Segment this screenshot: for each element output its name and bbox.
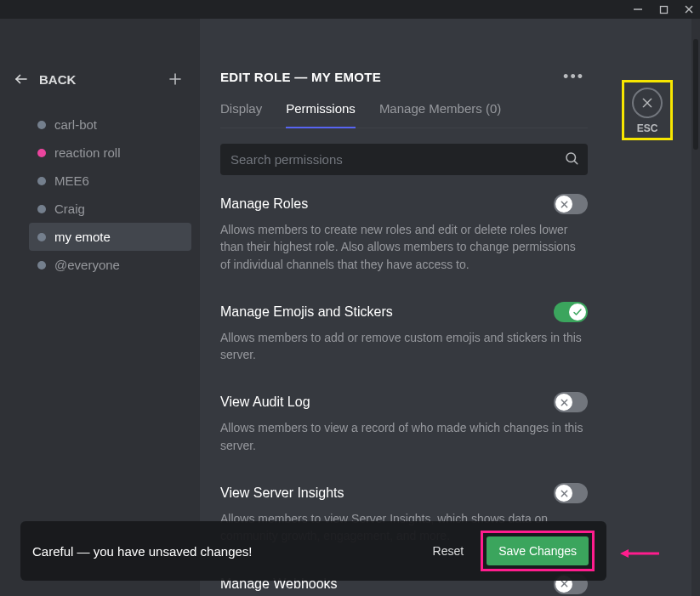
search-permissions-input[interactable] <box>220 144 588 175</box>
role-color-dot <box>37 177 46 185</box>
x-icon <box>555 196 572 213</box>
toggle-manage-emojis[interactable] <box>554 302 588 322</box>
role-item-mee6[interactable]: MEE6 <box>29 167 191 195</box>
role-item-reaction-roll[interactable]: reaction roll <box>29 139 191 167</box>
role-name-label: reaction roll <box>54 145 121 160</box>
tabs: Display Permissions Manage Members (0) <box>220 101 588 128</box>
svg-rect-1 <box>660 6 667 13</box>
save-changes-button[interactable]: Save Changes <box>487 536 589 565</box>
permission-manage-roles: Manage RolesAllows members to create new… <box>220 194 588 273</box>
role-name-label: @everyone <box>54 258 120 272</box>
toast-message: Careful — you have unsaved changes! <box>32 544 253 559</box>
role-color-dot <box>37 205 46 213</box>
x-icon <box>555 394 572 411</box>
role-color-dot <box>37 233 46 241</box>
unsaved-changes-toast: Careful — you have unsaved changes! Rese… <box>20 521 606 581</box>
arrow-annotation <box>620 547 661 564</box>
search-icon <box>564 150 579 169</box>
back-label: BACK <box>39 72 76 87</box>
esc-highlight: ESC <box>622 80 673 140</box>
role-item--everyone[interactable]: @everyone <box>29 251 191 279</box>
role-name-label: my emote <box>54 230 111 244</box>
scrollbar-thumb[interactable] <box>693 39 698 150</box>
x-icon <box>555 485 572 502</box>
toggle-view-audit-log[interactable] <box>554 392 588 412</box>
minimize-button[interactable] <box>632 3 644 15</box>
role-item-my-emote[interactable]: my emote <box>29 223 191 251</box>
tab-permissions[interactable]: Permissions <box>286 101 356 128</box>
reset-button[interactable]: Reset <box>428 537 470 565</box>
arrow-left-pink-icon <box>620 547 661 560</box>
svg-marker-20 <box>620 549 629 558</box>
tab-display[interactable]: Display <box>220 101 262 128</box>
permission-view-audit-log: View Audit LogAllows members to view a r… <box>220 392 588 454</box>
role-item-craig[interactable]: Craig <box>29 195 191 223</box>
permission-title: Manage Roles <box>220 196 308 212</box>
permission-description: Allows members to add or remove custom e… <box>220 329 588 364</box>
permission-title: View Server Insights <box>220 485 344 501</box>
permission-title: Manage Emojis and Stickers <box>220 304 393 320</box>
permission-title: View Audit Log <box>220 394 310 410</box>
toggle-view-server-insights[interactable] <box>554 483 588 503</box>
save-highlight: Save Changes <box>481 531 595 571</box>
page-title: EDIT ROLE — MY EMOTE <box>220 70 381 84</box>
svg-line-8 <box>574 161 577 163</box>
toggle-manage-roles[interactable] <box>554 194 588 214</box>
permission-description: Allows members to create new roles and e… <box>220 221 588 273</box>
close-button[interactable] <box>632 88 663 118</box>
back-button[interactable]: BACK <box>14 71 76 87</box>
close-icon <box>640 96 654 110</box>
maximize-button[interactable] <box>657 3 669 15</box>
role-item-carl-bot[interactable]: carl-bot <box>29 111 191 139</box>
add-role-button[interactable] <box>166 70 185 88</box>
more-options-button[interactable]: ••• <box>563 68 588 86</box>
permission-description: Allows members to view a record of who m… <box>220 419 588 454</box>
svg-point-7 <box>566 153 576 162</box>
role-color-dot <box>37 261 46 270</box>
window-titlebar <box>0 0 700 19</box>
check-icon <box>569 304 586 321</box>
role-color-dot <box>37 121 46 129</box>
tab-manage-members[interactable]: Manage Members (0) <box>379 101 501 128</box>
role-name-label: carl-bot <box>54 117 97 132</box>
esc-label: ESC <box>626 122 669 134</box>
ellipsis-icon: ••• <box>563 68 584 85</box>
arrow-left-icon <box>14 71 29 87</box>
role-color-dot <box>37 149 46 157</box>
role-name-label: MEE6 <box>54 173 89 188</box>
roles-sidebar: BACK carl-botreaction rollMEE6Craigmy em… <box>0 19 200 596</box>
scrollbar-track[interactable] <box>691 19 700 596</box>
role-name-label: Craig <box>54 202 85 216</box>
plus-icon <box>168 71 183 87</box>
window-close-button[interactable] <box>683 3 695 15</box>
permission-manage-emojis: Manage Emojis and StickersAllows members… <box>220 302 588 364</box>
